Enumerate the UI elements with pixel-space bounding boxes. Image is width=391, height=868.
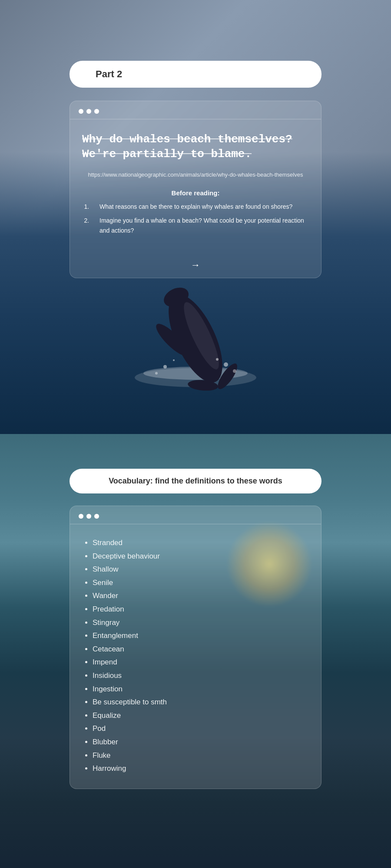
svg-point-13 [216,358,219,361]
vocabulary-list: StrandedDeceptive behaviourShallowSenile… [82,536,309,776]
vocab-word-16: Blubber [93,736,309,749]
vocab-word-9: Cetacean [93,643,309,656]
vocab-word-15: Pod [93,722,309,736]
vocab-dot-2 [86,514,91,519]
dot-2 [86,109,91,114]
article-url[interactable]: https://www.nationalgeographic.com/anima… [82,171,309,179]
vocab-word-12: Ingestion [93,683,309,696]
vocab-word-2: Deceptive behaviour [93,550,309,563]
part2-label: Part 2 [70,61,321,88]
pre-reading-questions: What reasons can be there to explain why… [82,202,309,235]
vocab-word-14: Equalize [93,709,309,723]
vocab-dot-1 [79,514,83,519]
article-title: Why do whales beach themselves? We're pa… [82,132,309,162]
vocab-dot-3 [94,514,99,519]
vocab-word-8: Entanglement [93,629,309,643]
vocab-word-13: Be susceptible to smth [93,696,309,709]
vocab-word-1: Stranded [93,536,309,550]
vocab-card-dots-row [70,506,321,524]
question-1: What reasons can be there to explain why… [91,202,309,211]
vocab-list-container: StrandedDeceptive behaviourShallowSenile… [70,524,321,789]
bottom-section: Vocabulary: find the definitions to thes… [0,434,391,868]
dot-3 [94,109,99,114]
svg-point-9 [224,362,228,367]
svg-point-8 [163,365,167,368]
card-body: Why do whales beach themselves? We're pa… [70,119,321,253]
question-2: Imagine you find a whale on a beach? Wha… [91,216,309,235]
vocab-word-7: Stingray [93,616,309,630]
svg-point-12 [173,359,175,361]
vocab-word-10: Impend [93,656,309,669]
question-1-text: What reasons can be there to explain why… [99,203,292,210]
vocab-word-18: Harrowing [93,762,309,776]
vocab-word-4: Senile [93,576,309,590]
svg-point-10 [155,372,158,375]
dot-1 [79,109,83,114]
vocab-word-3: Shallow [93,563,309,576]
top-section: Part 2 Why do whales beach themselves? W… [0,0,391,434]
vocab-word-17: Fluke [93,749,309,763]
vocab-instruction-label: Vocabulary: find the definitions to thes… [70,469,321,493]
card-arrow[interactable]: → [70,253,321,278]
svg-point-11 [233,369,236,373]
vocab-instruction-text: Vocabulary: find the definitions to thes… [109,477,282,485]
question-2-text: Imagine you find a whale on a beach? Wha… [99,217,304,233]
vocabulary-card: StrandedDeceptive behaviourShallowSenile… [70,506,321,789]
vocab-word-11: Insidious [93,669,309,683]
vocab-word-5: Wander [93,589,309,603]
card-dots-row [70,101,321,119]
part2-text: Part 2 [96,69,122,79]
vocab-word-6: Predation [93,603,309,616]
before-reading-label: Before reading: [82,189,309,197]
article-card: Why do whales beach themselves? We're pa… [70,101,321,278]
